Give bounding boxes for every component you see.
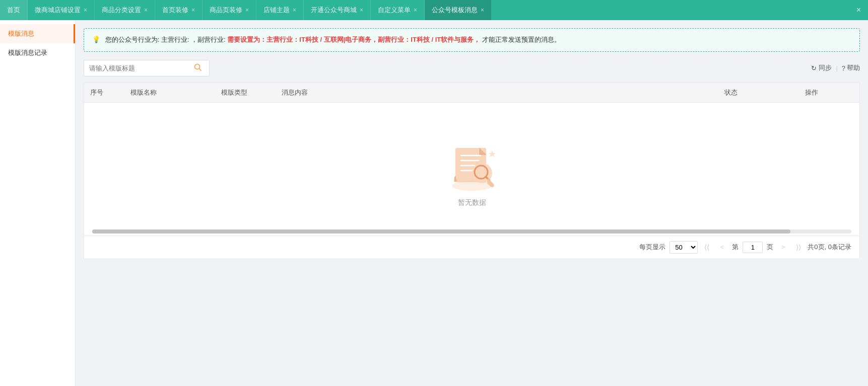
nav-tab-category[interactable]: 商品分类设置 × <box>95 0 155 20</box>
main-layout: 模版消息 模版消息记录 💡 您的公众号行业为: 主营行业: ，副营行业: 需要设… <box>0 20 868 386</box>
nav-tab-shop-theme[interactable]: 店铺主题 × <box>256 0 304 20</box>
sync-icon: ↻ <box>811 64 817 72</box>
content-area: 💡 您的公众号行业为: 主营行业: ，副营行业: 需要设置为：主营行业：IT科技… <box>76 20 868 386</box>
table-wrapper: 序号 模版名称 模版类型 消息内容 状态 操作 <box>84 83 860 259</box>
last-page-button[interactable]: ⟩⟩ <box>793 242 804 252</box>
close-shop-theme[interactable]: × <box>293 7 296 13</box>
col-status: 状态 <box>718 83 799 102</box>
help-icon: ? <box>842 64 845 72</box>
search-input[interactable] <box>84 61 190 75</box>
search-bar: ↻ 同步 | ? 帮助 <box>84 60 860 76</box>
nav-tab-home-decor[interactable]: 首页装修 × <box>155 0 203 20</box>
nav-tab-open-mall[interactable]: 开通公众号商城 × <box>304 0 371 20</box>
col-action: 操作 <box>799 83 859 102</box>
prev-page-button[interactable]: ＜ <box>716 242 728 253</box>
col-name: 模版名称 <box>124 83 215 102</box>
empty-state: 暂无数据 <box>84 103 859 227</box>
divider: | <box>836 64 837 72</box>
horizontal-scrollbar[interactable] <box>84 227 859 236</box>
page-input[interactable] <box>743 242 763 253</box>
search-input-wrapper <box>84 60 210 76</box>
next-page-button[interactable]: ＞ <box>777 242 789 253</box>
page-post-label: 页 <box>767 243 773 252</box>
first-page-button[interactable]: ⟨⟨ <box>702 242 712 252</box>
close-home-decor[interactable]: × <box>191 7 195 13</box>
total-text: 共0页, 0条记录 <box>808 243 851 252</box>
sidebar-item-template-msg-log[interactable]: 模版消息记录 <box>0 43 75 62</box>
notice-box: 💡 您的公众号行业为: 主营行业: ，副营行业: 需要设置为：主营行业：IT科技… <box>84 28 860 52</box>
nav-tab-product-decor[interactable]: 商品页装修 × <box>203 0 256 20</box>
col-content: 消息内容 <box>276 83 718 102</box>
close-open-mall[interactable]: × <box>360 7 363 13</box>
sidebar-item-template-msg[interactable]: 模版消息 <box>0 24 75 43</box>
close-template-msg[interactable]: × <box>481 7 484 13</box>
close-micro-shop[interactable]: × <box>84 7 87 13</box>
close-category[interactable]: × <box>144 7 148 13</box>
search-icon <box>194 63 202 71</box>
help-button[interactable]: ? 帮助 <box>842 63 860 72</box>
nav-tab-custom-menu[interactable]: 自定义菜单 × <box>371 0 425 20</box>
table-header: 序号 模版名称 模版类型 消息内容 状态 操作 <box>84 83 859 103</box>
search-button[interactable] <box>190 60 206 76</box>
bulb-icon: 💡 <box>92 36 100 43</box>
pagination: 每页显示 50 20 100 ⟨⟨ ＜ 第 页 ＞ ⟩⟩ <box>84 236 859 259</box>
page-size-select[interactable]: 50 20 100 <box>670 241 698 254</box>
empty-text: 暂无数据 <box>458 198 486 207</box>
page-size-label: 每页显示 <box>639 243 665 252</box>
page-pre-label: 第 <box>732 243 739 252</box>
nav-tab-micro-shop[interactable]: 微商城店铺设置 × <box>28 0 95 20</box>
close-all-button[interactable]: × <box>849 0 868 20</box>
col-index: 序号 <box>84 83 124 102</box>
sidebar: 模版消息 模版消息记录 <box>0 20 76 386</box>
svg-line-1 <box>199 68 202 70</box>
close-product-decor[interactable]: × <box>245 7 249 13</box>
nav-tab-home[interactable]: 首页 <box>0 0 28 20</box>
col-type: 模版类型 <box>215 83 276 102</box>
scroll-thumb[interactable] <box>92 229 790 234</box>
empty-illustration <box>439 133 505 198</box>
sync-button[interactable]: ↻ 同步 <box>811 63 832 72</box>
top-nav: 首页 微商城店铺设置 × 商品分类设置 × 首页装修 × 商品页装修 × 店铺主… <box>0 0 868 20</box>
search-actions: ↻ 同步 | ? 帮助 <box>811 63 860 72</box>
nav-tab-template-msg[interactable]: 公众号模板消息 × <box>425 0 492 20</box>
scroll-track <box>92 229 851 234</box>
close-custom-menu[interactable]: × <box>414 7 417 13</box>
